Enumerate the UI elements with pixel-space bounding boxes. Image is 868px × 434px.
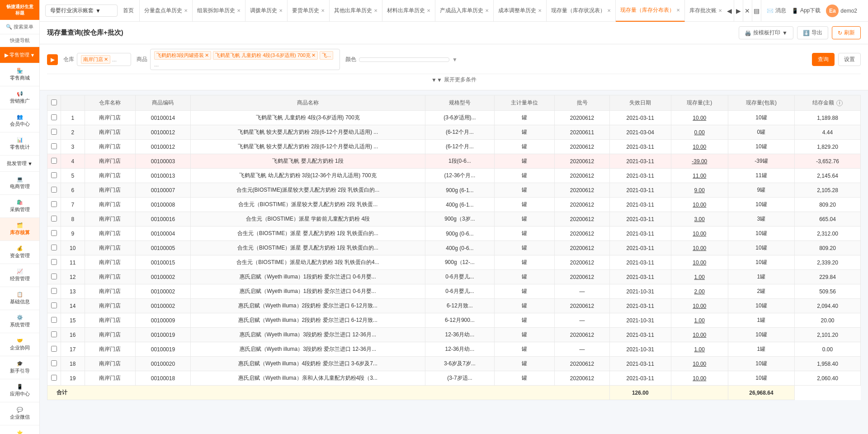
row-checkbox-cell[interactable] xyxy=(47,198,61,212)
row-checkbox[interactable] xyxy=(51,259,57,265)
select-all-checkbox[interactable] xyxy=(51,99,57,105)
row-qty-main[interactable]: 10.00 xyxy=(671,111,728,125)
row-checkbox-cell[interactable] xyxy=(47,270,61,284)
row-checkbox-cell[interactable] xyxy=(47,241,61,255)
tab-close-zuzhuang[interactable]: ✕ xyxy=(237,8,241,13)
tab-prev-btn[interactable]: ◀ xyxy=(725,0,734,22)
refresh-btn[interactable]: ↻ 刷新 xyxy=(832,26,861,39)
row-checkbox-cell[interactable] xyxy=(47,357,61,371)
tab-yaohuo[interactable]: 要货单历史 ✕ xyxy=(288,0,330,22)
row-checkbox[interactable] xyxy=(51,114,57,120)
row-qty-main[interactable]: 10.00 xyxy=(671,371,728,386)
row-qty-main[interactable]: 10.00 xyxy=(671,299,728,313)
row-checkbox[interactable] xyxy=(51,143,57,149)
row-checkbox-cell[interactable] xyxy=(47,183,61,198)
tab-close-inventory-status[interactable]: ✕ xyxy=(607,8,611,13)
row-checkbox[interactable] xyxy=(51,245,57,250)
tab-close-fenliang[interactable]: ✕ xyxy=(184,8,188,13)
row-qty-main[interactable]: 2.00 xyxy=(671,284,728,299)
product-tag-3[interactable]: 飞... xyxy=(320,51,333,60)
sidebar-item-basic[interactable]: 📋 基础信息 xyxy=(0,287,39,310)
sidebar-item-appcenter[interactable]: 📱 应用中心 xyxy=(0,379,39,402)
row-checkbox[interactable] xyxy=(51,274,57,279)
expand-more-btn[interactable]: ▼▼ 展开更多条件 xyxy=(47,74,861,85)
row-qty-main[interactable]: 10.00 xyxy=(671,198,728,212)
row-checkbox[interactable] xyxy=(51,331,57,337)
warehouse-tag-box[interactable]: 南岸门店 ✕ ... xyxy=(77,53,131,66)
row-checkbox-cell[interactable] xyxy=(47,284,61,299)
tab-next-btn[interactable]: ▶ xyxy=(734,0,743,22)
row-checkbox-cell[interactable] xyxy=(47,299,61,313)
product-tag-1[interactable]: 飞鹤奶粉3段丙罐搭装 ✕ xyxy=(154,51,211,60)
col-checkbox[interactable] xyxy=(47,95,61,111)
row-checkbox[interactable] xyxy=(51,187,57,193)
row-checkbox-cell[interactable] xyxy=(47,125,61,140)
row-checkbox-cell[interactable] xyxy=(47,226,61,241)
sidebar-item-stats[interactable]: 📊 零售统计 xyxy=(0,132,39,156)
tab-close-product-in[interactable]: ✕ xyxy=(485,8,489,13)
query-btn[interactable]: 查询 xyxy=(812,53,835,66)
tab-close-all-btn[interactable]: ✕ xyxy=(743,0,752,22)
row-qty-main[interactable]: 10.00 xyxy=(671,241,728,255)
row-qty-main[interactable]: 10.00 xyxy=(671,328,728,342)
tab-close-other-out[interactable]: ✕ xyxy=(374,8,377,13)
row-qty-main[interactable]: 10.00 xyxy=(671,140,728,154)
product-tag-1-remove[interactable]: ✕ xyxy=(205,52,209,58)
account-selector[interactable]: 母婴行业演示账套 ▼ xyxy=(45,5,118,17)
color-tag-box[interactable] xyxy=(359,57,449,62)
message-btn[interactable]: ✉️ 消息 xyxy=(767,7,786,14)
tab-batch-ledger[interactable]: 库存批次账 ✕ xyxy=(685,0,725,22)
row-qty-main[interactable]: 11.00 xyxy=(671,169,728,183)
row-checkbox-cell[interactable] xyxy=(47,140,61,154)
export-btn[interactable]: ⬇️ 导出 xyxy=(797,26,828,39)
tab-close-cost-adj[interactable]: ✕ xyxy=(538,8,542,13)
tab-cost-adj[interactable]: 成本调整单历史 ✕ xyxy=(494,0,547,22)
row-checkbox-cell[interactable] xyxy=(47,371,61,386)
row-qty-main[interactable]: 3.00 xyxy=(671,212,728,226)
row-checkbox[interactable] xyxy=(51,317,57,323)
row-qty-main[interactable]: 9.00 xyxy=(671,183,728,198)
tab-material[interactable]: 材料出库单历史 ✕ xyxy=(382,0,435,22)
row-checkbox-cell[interactable] xyxy=(47,169,61,183)
product-tag-box[interactable]: 飞鹤奶粉3段丙罐搭装 ✕ 飞鹤星飞帆 儿童奶粉 4段(3-6岁适用) 700克 … xyxy=(150,49,340,70)
tab-close-material[interactable]: ✕ xyxy=(427,8,430,13)
tab-close-inventory-dist[interactable]: ✕ xyxy=(676,8,680,13)
row-checkbox[interactable] xyxy=(51,158,57,164)
row-checkbox[interactable] xyxy=(51,360,57,366)
row-checkbox-cell[interactable] xyxy=(47,154,61,169)
row-checkbox[interactable] xyxy=(51,346,57,352)
row-qty-main[interactable]: 10.00 xyxy=(671,226,728,241)
sidebar-item-wholesale[interactable]: 批发管理 ▼ xyxy=(0,156,39,172)
tab-inventory-dist[interactable]: 现存量（库存分布表） ✕ xyxy=(616,0,685,22)
row-checkbox-cell[interactable] xyxy=(47,255,61,270)
warehouse-more[interactable]: ... xyxy=(112,57,117,63)
tab-close-diaob[interactable]: ✕ xyxy=(279,8,283,13)
quick-nav[interactable]: 快捷导航 xyxy=(0,34,39,47)
sidebar-search[interactable]: 🔍 搜索菜单 xyxy=(0,20,39,34)
row-qty-main[interactable]: 1.00 xyxy=(671,342,728,357)
row-checkbox-cell[interactable] xyxy=(47,313,61,328)
sidebar-item-marketing[interactable]: 📢 营销推广 xyxy=(0,86,39,109)
sidebar-item-purchase[interactable]: 🛍️ 采购管理 xyxy=(0,195,39,218)
product-more[interactable]: ... xyxy=(154,61,159,68)
sidebar-item-shop[interactable]: 🏪 零售商城 xyxy=(0,63,39,86)
tab-inventory-status[interactable]: 现存量（库存状况表） ✕ xyxy=(547,0,616,22)
product-tag-2-remove[interactable]: ✕ xyxy=(311,52,316,58)
row-qty-main[interactable]: -39.00 xyxy=(671,154,728,169)
row-qty-main[interactable]: 1.00 xyxy=(671,313,728,328)
sidebar-item-retail[interactable]: ▶ 零售管理 ▼ xyxy=(0,47,39,63)
app-download-btn[interactable]: 📱 App下载 xyxy=(792,7,821,14)
warehouse-tag-nanqian[interactable]: 南岸门店 ✕ xyxy=(81,55,110,64)
print-btn[interactable]: 🖨️ 按模板打印 ▼ xyxy=(739,26,793,39)
filter-toggle-btn[interactable]: ▶ xyxy=(47,54,58,65)
home-tab[interactable]: 首页 xyxy=(118,0,140,22)
sidebar-item-ecommerce[interactable]: 💻 电商管理 xyxy=(0,172,39,195)
sidebar-item-inventory[interactable]: 🗂️ 库存核算 xyxy=(0,218,39,241)
product-tag-2[interactable]: 飞鹤星飞帆 儿童奶粉 4段(3-6岁适用) 700克 ✕ xyxy=(213,51,318,60)
row-checkbox[interactable] xyxy=(51,172,57,178)
row-checkbox[interactable] xyxy=(51,201,57,207)
row-checkbox-cell[interactable] xyxy=(47,212,61,226)
tab-diaob[interactable]: 调拨单历史 ✕ xyxy=(245,0,288,22)
warehouse-tag-remove[interactable]: ✕ xyxy=(104,57,108,62)
tab-fenliang[interactable]: 分量盘点单历史 ✕ xyxy=(140,0,193,22)
